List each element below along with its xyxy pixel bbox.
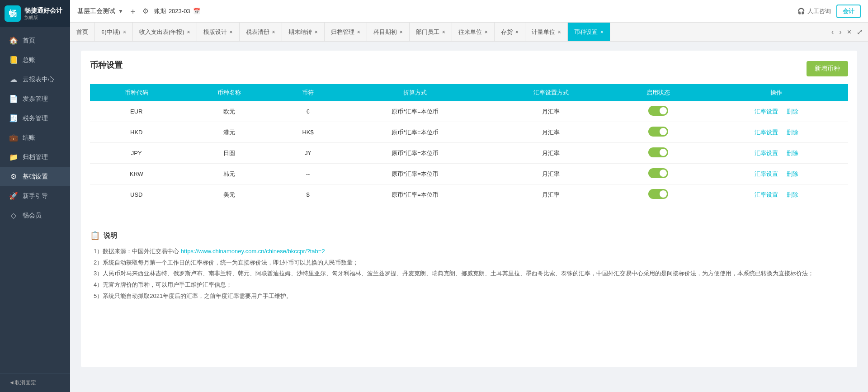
config-icon[interactable]: ⚙ (142, 7, 149, 15)
tab-close-icon[interactable]: × (272, 29, 275, 35)
sidebar-pin-toggle[interactable]: ◄取消固定 (0, 373, 70, 392)
rate-settings-link[interactable]: 汇率设置 (755, 191, 778, 198)
note-item-5: 5）系统只能自动抓取2021年度后的汇率，之前年度汇率需要用户手工维护。 (90, 291, 848, 302)
sidebar-item-ledger[interactable]: 📒 总账 (0, 50, 70, 70)
sidebar-item-guide[interactable]: 🚀 新手引导 (0, 186, 70, 206)
notes-list: 1）数据来源：中国外汇交易中心 https://www.chinamoney.c… (90, 246, 848, 302)
cell-calc: 原币*汇率=本位币 (340, 101, 490, 122)
sidebar-item-settings[interactable]: ⚙ 基础设置 (0, 167, 70, 186)
notes-icon: 📋 (90, 231, 100, 241)
logo-name: 畅捷通好会计 (24, 6, 62, 14)
account-button[interactable]: 会计 (836, 5, 861, 18)
tab-nav-next[interactable]: › (837, 27, 843, 37)
sidebar-item-reports[interactable]: ☁ 云报表中心 (0, 70, 70, 89)
rate-settings-link[interactable]: 汇率设置 (755, 150, 778, 156)
sidebar-item-label: 发票管理 (23, 95, 48, 103)
enabled-toggle[interactable] (648, 189, 668, 199)
tab-department[interactable]: 部门员工 × (410, 23, 452, 42)
tab-close-icon[interactable]: × (558, 29, 561, 35)
period-selector[interactable]: 账期 2023-03 📅 (154, 7, 200, 15)
rate-settings-link[interactable]: 汇率设置 (755, 108, 778, 115)
tab-label: 模版设计 (203, 28, 227, 36)
sidebar-item-tax[interactable]: 🧾 税务管理 (0, 109, 70, 128)
rate-settings-link[interactable]: 汇率设置 (755, 129, 778, 136)
delete-link[interactable]: 删除 (787, 129, 798, 136)
tab-subject-initial[interactable]: 科目期初 × (367, 23, 410, 42)
pin-label: ◄取消固定 (9, 379, 36, 387)
tab-inventory[interactable]: 存货 × (495, 23, 525, 42)
enabled-toggle[interactable] (648, 106, 668, 116)
service-label: 人工咨询 (807, 7, 831, 15)
cell-name: 港元 (183, 122, 276, 143)
tab-currency[interactable]: 币种设置 × (568, 23, 610, 42)
delete-link[interactable]: 删除 (787, 108, 798, 115)
table-row: HKD 港元 HK$ 原币*汇率=本位币 月汇率 汇率设置 删除 (90, 122, 848, 143)
cell-calc: 原币*汇率=本位币 (340, 164, 490, 184)
note-item-3: 3）人民币对马来西亚林吉特、俄罗斯卢布、南非兰特、韩元、阿联酋迪拉姆、沙特里亚尔… (90, 268, 848, 279)
sidebar-item-home[interactable]: 🏠 首页 (0, 31, 70, 50)
tab-home[interactable]: 首页 (70, 23, 95, 42)
cell-rate-type: 月汇率 (490, 164, 612, 184)
sidebar-item-label: 新手引导 (23, 192, 48, 200)
cell-code: KRW (90, 164, 183, 184)
tab-contacts[interactable]: 往来单位 × (452, 23, 495, 42)
tab-income[interactable]: 收入支出表(年报) × (133, 23, 197, 42)
sidebar-item-archive[interactable]: 📁 归档管理 (0, 147, 70, 167)
currency-table: 币种代码 币种名称 币符 折算方式 汇率设置方式 启用状态 操作 EUR 欧元 … (90, 84, 848, 205)
cell-name: 日圆 (183, 143, 276, 164)
tab-expand-icon[interactable]: ⤢ (855, 27, 864, 37)
new-currency-button[interactable]: 新增币种 (807, 61, 848, 76)
cell-symbol: € (276, 101, 340, 122)
cell-rate-type: 月汇率 (490, 143, 612, 164)
sidebar-item-member[interactable]: ◇ 畅会员 (0, 206, 70, 225)
company-selector[interactable]: 基层工会测试 ▼ (77, 7, 123, 15)
tab-period-end[interactable]: 期末结转 × (282, 23, 325, 42)
tab-period[interactable]: ¢(中期) × (95, 23, 133, 42)
tab-close-icon[interactable]: × (515, 29, 519, 35)
tab-tax[interactable]: 税表清册 × (240, 23, 282, 42)
tab-close-icon[interactable]: × (230, 29, 233, 35)
tab-close-icon[interactable]: × (442, 29, 445, 35)
header: 基层工会测试 ▼ ＋ ⚙ 账期 2023-03 📅 🎧 人工咨询 会计 (70, 0, 868, 23)
company-dropdown-icon: ▼ (118, 8, 123, 14)
tab-label: 归档管理 (331, 28, 354, 36)
page-header-row: 币种设置 新增币种 (90, 60, 848, 78)
chinamoney-link[interactable]: https://www.chinamoney.com.cn/chinese/bk… (181, 248, 325, 255)
tab-close-icon[interactable]: × (187, 29, 190, 35)
delete-link[interactable]: 删除 (787, 150, 798, 156)
enabled-toggle[interactable] (648, 127, 668, 137)
sidebar: 畅 畅捷通好会计 旗舰版 🏠 首页 📒 总账 ☁ 云报表中心 📄 发票管理 🧾 … (0, 0, 70, 392)
page-area: 币种设置 新增币种 币种代码 币种名称 币符 折算方式 汇率设置方式 启用状态 … (81, 51, 857, 367)
cell-actions: 汇率设置 删除 (705, 122, 848, 143)
enabled-toggle[interactable] (648, 147, 668, 157)
tab-close-icon[interactable]: × (600, 29, 604, 35)
notes-heading: 说明 (104, 231, 117, 240)
tab-nav-prev[interactable]: ‹ (830, 27, 835, 37)
tab-archive[interactable]: 归档管理 × (325, 23, 367, 42)
delete-link[interactable]: 删除 (787, 191, 798, 198)
tab-template[interactable]: 模版设计 × (197, 23, 240, 42)
rate-settings-link[interactable]: 汇率设置 (755, 170, 778, 177)
tab-label: 税表清册 (246, 28, 269, 36)
tab-close-icon[interactable]: × (123, 29, 126, 35)
add-tab-button[interactable]: ＋ (129, 6, 137, 17)
col-header-status: 启用状态 (612, 84, 705, 101)
tab-close-icon[interactable]: × (357, 29, 360, 35)
member-icon: ◇ (9, 211, 18, 220)
calendar-icon: 📅 (193, 8, 200, 14)
tab-close-all-icon[interactable]: × (845, 27, 853, 37)
service-button[interactable]: 🎧 人工咨询 (797, 7, 831, 15)
notes-title: 📋 说明 (90, 231, 848, 241)
tax-icon: 🧾 (9, 114, 18, 123)
sidebar-item-invoice[interactable]: 📄 发票管理 (0, 89, 70, 109)
tab-close-icon[interactable]: × (315, 29, 318, 35)
delete-link[interactable]: 删除 (787, 170, 798, 177)
tab-close-icon[interactable]: × (485, 29, 488, 35)
tab-label: ¢(中期) (101, 28, 120, 36)
enabled-toggle[interactable] (648, 168, 668, 178)
note-item-2: 2）系统自动获取每月第一个工作日的汇率标价，统一为直接标价法，即1外币可以兑换的… (90, 257, 848, 269)
sidebar-item-checkout[interactable]: 💼 结账 (0, 128, 70, 147)
tab-units[interactable]: 计量单位 × (525, 23, 568, 42)
col-header-symbol: 币符 (276, 84, 340, 101)
tab-close-icon[interactable]: × (400, 29, 403, 35)
